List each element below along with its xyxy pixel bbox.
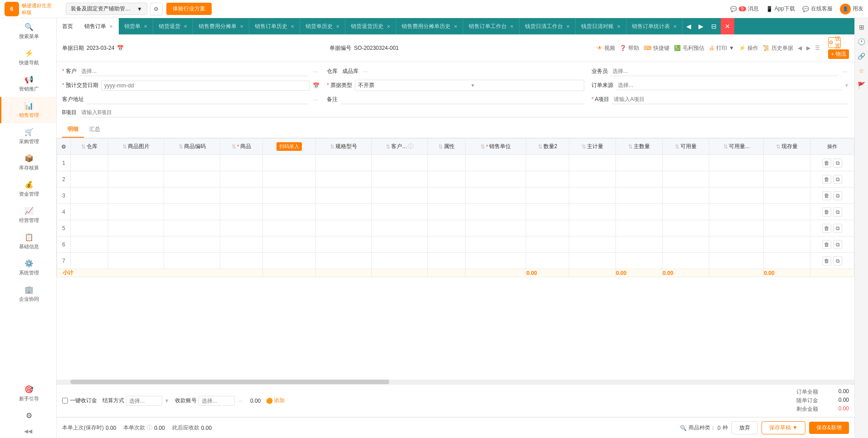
user-menu[interactable]: 👤 用友 — [840, 4, 863, 14]
toolbar-shortcut[interactable]: ⌨ 快捷键 — [644, 44, 669, 52]
row-delete-button[interactable]: 🗑 — [822, 240, 831, 249]
cell-current-stock[interactable] — [764, 253, 810, 269]
cell-warehouse[interactable] — [71, 220, 108, 236]
right-panel-flag[interactable]: 🚩 — [856, 80, 867, 91]
tab-close-cash-daily[interactable]: ✕ — [566, 24, 570, 29]
tab-order-history[interactable]: 销售订单历史 ✕ — [249, 18, 300, 34]
salesperson-input[interactable] — [611, 67, 838, 76]
cell-spec[interactable] — [315, 188, 371, 204]
form-settings-button[interactable]: ⚙ 设置 — [828, 37, 841, 48]
delivery-date-input[interactable] — [101, 81, 310, 91]
sidebar-item-operations[interactable]: 📈 经营管理 — [0, 202, 56, 228]
cell-product[interactable] — [220, 236, 262, 253]
tab-sales-order[interactable]: 销售订单 ✕ — [79, 18, 119, 34]
scroll-thumb[interactable] — [70, 380, 389, 384]
cell-product[interactable] — [220, 204, 262, 220]
cell-warehouse[interactable] — [71, 155, 108, 171]
receipt-account-input[interactable] — [199, 396, 235, 406]
cell-main-quantity[interactable] — [616, 171, 662, 188]
tab-close-return-history[interactable]: ✕ — [387, 24, 390, 29]
cell-quantity2[interactable] — [526, 253, 569, 269]
cell-current-stock[interactable] — [764, 188, 810, 204]
cell-main-unit[interactable] — [569, 204, 616, 220]
cell-spec[interactable] — [315, 204, 371, 220]
add-payment-button[interactable]: 🟠 添加 — [266, 397, 285, 404]
th-settings[interactable]: ⚙ — [57, 139, 71, 155]
sidebar-item-sales[interactable]: 📊 销售管理 — [0, 97, 56, 123]
tab-fee-split[interactable]: 销售费用分摊单 ✕ — [193, 18, 249, 34]
cell-product-code[interactable] — [164, 171, 220, 188]
cell-attribute[interactable] — [427, 155, 465, 171]
settlement-method-input[interactable] — [126, 396, 162, 406]
tab-home[interactable]: 首页 — [57, 18, 79, 34]
row-delete-button[interactable]: 🗑 — [822, 207, 831, 217]
cell-available[interactable] — [662, 220, 709, 236]
tab-close-order-workbench[interactable]: ✕ — [510, 24, 514, 29]
cell-product-code[interactable] — [164, 236, 220, 253]
cell-main-unit[interactable] — [569, 253, 616, 269]
system-selector[interactable]: 装备及固定资产辅助管理系统 ▼ — [66, 3, 147, 15]
sidebar-item-marketing[interactable]: 📢 营销推广 — [0, 71, 56, 97]
cell-main-quantity[interactable] — [616, 220, 662, 236]
cell-available[interactable] — [662, 236, 709, 253]
cell-available[interactable] — [662, 253, 709, 269]
cell-available[interactable] — [662, 204, 709, 220]
sidebar-item-enterprise[interactable]: 🏢 企业协同 — [0, 281, 56, 307]
cell-current-stock[interactable] — [764, 220, 810, 236]
sidebar-settings-button[interactable]: ⚙ — [0, 407, 56, 424]
tab-close-fee-split[interactable]: ✕ — [240, 24, 243, 29]
cell-product-code[interactable] — [164, 253, 220, 269]
cell-attribute[interactable] — [427, 220, 465, 236]
tab-fee-split-history[interactable]: 销售费用分摊单历史 ✕ — [396, 18, 463, 34]
tab-next-button[interactable]: ▶ — [695, 18, 707, 34]
cell-available2[interactable] — [709, 155, 764, 171]
toolbar-view[interactable]: 👁 视频 — [597, 44, 615, 52]
cell-current-stock[interactable] — [764, 171, 810, 188]
cell-attribute[interactable] — [427, 204, 465, 220]
sidebar-item-inventory[interactable]: 📦 库存核算 — [0, 149, 56, 176]
sidebar-item-search[interactable]: 🔍 搜索菜单 — [0, 18, 56, 44]
cell-quantity2[interactable] — [526, 171, 569, 188]
cell-product[interactable] — [220, 155, 262, 171]
cell-product-code[interactable] — [164, 155, 220, 171]
toolbar-print[interactable]: 🖨 打印 ▼ — [709, 44, 734, 52]
row-copy-button[interactable]: ⧉ — [833, 256, 842, 265]
cell-available[interactable] — [662, 188, 709, 204]
horizontal-scrollbar[interactable] — [57, 380, 854, 384]
cell-quantity2[interactable] — [526, 155, 569, 171]
cell-available2[interactable] — [709, 236, 764, 253]
detail-tab-detail[interactable]: 明细 — [62, 122, 84, 138]
cell-product[interactable] — [220, 171, 262, 188]
cell-attribute[interactable] — [427, 236, 465, 253]
warehouse-dots[interactable]: ··· — [361, 68, 369, 75]
sidebar-collapse-button[interactable]: ◀◀ — [0, 424, 56, 438]
tab-action-split[interactable]: ⊟ — [707, 18, 721, 34]
cell-customer-info[interactable] — [372, 188, 428, 204]
cell-quantity2[interactable] — [526, 220, 569, 236]
row-delete-button[interactable]: 🗑 — [822, 159, 831, 168]
gear-button[interactable]: ⚙ — [150, 3, 163, 15]
discard-button[interactable]: 放弃 — [732, 421, 758, 434]
notes-input[interactable] — [340, 95, 584, 104]
sidebar-item-finance[interactable]: 💰 资金管理 — [0, 176, 56, 202]
cell-customer-info[interactable] — [372, 220, 428, 236]
cell-attribute[interactable] — [427, 171, 465, 188]
online-service-button[interactable]: 💬 在线客服 — [802, 5, 833, 13]
cell-main-unit[interactable] — [569, 188, 616, 204]
toolbar-nav-next[interactable]: ▶ — [806, 45, 810, 51]
toolbar-profit[interactable]: 💹 毛利预估 — [674, 44, 704, 52]
toolbar-history[interactable]: 📜 历史单据 — [763, 44, 793, 52]
row-copy-button[interactable]: ⧉ — [833, 224, 842, 233]
industry-button[interactable]: 体验行业方案 — [166, 3, 212, 15]
cell-current-stock[interactable] — [764, 204, 810, 220]
one-click-deposit-input[interactable] — [62, 398, 68, 404]
cell-main-quantity[interactable] — [616, 204, 662, 220]
cell-quantity2[interactable] — [526, 204, 569, 220]
receipt-dots[interactable]: ··· — [237, 398, 245, 404]
cell-available[interactable] — [662, 171, 709, 188]
salesperson-dots[interactable]: ··· — [841, 68, 849, 75]
cell-customer-info[interactable] — [372, 171, 428, 188]
cell-attribute[interactable] — [427, 188, 465, 204]
cell-sales-unit[interactable] — [465, 253, 526, 269]
cell-quantity2[interactable] — [526, 236, 569, 253]
